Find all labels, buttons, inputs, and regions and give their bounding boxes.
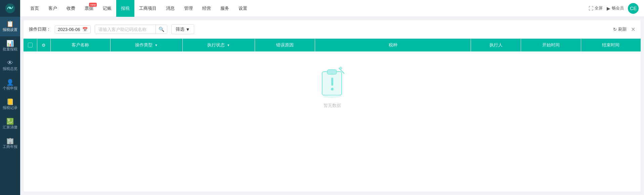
th-op-type: 操作类型 ▼	[111, 39, 183, 51]
sidebar-item-baoshuishezhi[interactable]: 📋 报税设置	[0, 17, 20, 36]
exec-status-filter-icon[interactable]: ▼	[227, 43, 230, 47]
sidebar-item-baosuijilu-label: 报税记录	[3, 106, 17, 110]
user-avatar[interactable]: CE	[628, 3, 639, 14]
filter-button[interactable]: 筛选 ▼	[171, 24, 195, 34]
sidebar-item-huisuan-label: 汇算清缴	[3, 125, 17, 129]
nav-baoshui[interactable]: 报税	[116, 0, 134, 17]
sidebar: 📋 报税设置 📊 批量报税 👁 报税总览 👤 个税申报 📒 报税记录 💹 汇算清…	[0, 0, 20, 195]
th-customer-name: 客户名称	[50, 39, 111, 51]
search-button[interactable]: 🔍	[156, 25, 167, 34]
settings-icon[interactable]: ⚙	[42, 43, 46, 48]
th-error-reason: 错误原因	[255, 39, 315, 51]
filter-label: 筛选	[176, 26, 184, 32]
vip-icon: ▶	[607, 6, 610, 11]
main-panel: 操作日期： 2023-06-06 📅 🔍 筛选 ▼ ↻ 刷新	[24, 20, 641, 192]
sidebar-item-piliangshuishui-label: 批量报税	[3, 47, 17, 51]
baosuizonglan-icon: 👁	[7, 60, 13, 66]
gongshangnianbaoo-icon: 🏢	[6, 138, 14, 144]
top-navigation: 首页 客户 收费 票据 new 记账 报税 工商项目 消息 管理 经营	[20, 0, 644, 17]
data-table: ⚙ 客户名称 操作类型 ▼ 执行状态 ▼	[24, 39, 641, 51]
fullscreen-button[interactable]: ⛶ 全屏	[589, 5, 603, 11]
sidebar-item-huisuan[interactable]: 💹 汇算清缴	[0, 114, 20, 134]
nav-customer[interactable]: 客户	[44, 0, 62, 17]
th-executor: 执行人	[471, 39, 521, 51]
baoshuishezhi-icon: 📋	[6, 21, 14, 27]
sidebar-item-piliangshuishui[interactable]: 📊 批量报税	[0, 36, 20, 56]
nav-home[interactable]: 首页	[26, 0, 44, 17]
svg-point-1	[9, 7, 11, 9]
svg-rect-3	[327, 70, 337, 74]
app-logo	[0, 0, 20, 17]
baosuijilu-icon: 📒	[6, 99, 14, 105]
main-content: 首页 客户 收费 票据 new 记账 报税 工商项目 消息 管理 经营	[20, 0, 644, 195]
svg-rect-4	[331, 78, 333, 86]
nav-shoufei[interactable]: 收费	[62, 0, 80, 17]
sidebar-item-baosuizonglan[interactable]: 👁 报税总览	[0, 56, 20, 75]
svg-point-5	[331, 88, 334, 90]
calendar-icon: 📅	[82, 27, 88, 32]
sidebar-item-geshuishenbao[interactable]: 👤 个税申报	[0, 75, 20, 95]
nav-guanli[interactable]: 管理	[179, 0, 198, 17]
th-settings: ⚙	[37, 39, 50, 51]
sidebar-item-baosuizonglan-label: 报税总览	[3, 67, 17, 71]
toolbar: 操作日期： 2023-06-06 📅 🔍 筛选 ▼ ↻ 刷新	[24, 20, 641, 39]
th-start-time: 开始时间	[521, 39, 581, 51]
th-end-time: 结束时间	[581, 39, 641, 51]
toolbar-right: ↻ 刷新 ✕	[613, 26, 635, 33]
nav-jingying[interactable]: 经营	[198, 0, 216, 17]
piliangshuishui-icon: 📊	[6, 40, 14, 46]
refresh-button[interactable]: ↻ 刷新	[613, 26, 627, 32]
chevron-down-icon: ▼	[186, 27, 190, 32]
table-container: ⚙ 客户名称 操作类型 ▼ 执行状态 ▼	[24, 39, 641, 192]
empty-state: 暂无数据	[24, 51, 641, 122]
close-button[interactable]: ✕	[631, 26, 635, 33]
geshuishenbao-icon: 👤	[6, 79, 14, 85]
topnav-right-area: ⛶ 全屏 ▶ 畅会员 CE	[589, 3, 639, 14]
search-box: 🔍	[95, 25, 167, 34]
nav-xiaoxi[interactable]: 消息	[161, 0, 179, 17]
nav-piao[interactable]: 票据 new	[80, 0, 98, 17]
svg-marker-7	[339, 67, 342, 70]
empty-illustration	[317, 65, 347, 99]
sidebar-item-baoshuishezhi-label: 报税设置	[3, 28, 17, 32]
th-checkbox	[24, 39, 37, 51]
select-all-checkbox[interactable]	[28, 43, 33, 47]
nav-jizhangg[interactable]: 记账	[98, 0, 116, 17]
sidebar-item-geshuishenbao-label: 个税申报	[3, 86, 17, 90]
date-value: 2023-06-06	[58, 27, 80, 32]
nav-shezhi[interactable]: 设置	[234, 0, 252, 17]
new-badge: new	[89, 3, 97, 7]
th-tax-type: 税种	[315, 39, 471, 51]
sidebar-item-baosuijilu[interactable]: 📒 报税记录	[0, 95, 20, 114]
table-header-row: ⚙ 客户名称 操作类型 ▼ 执行状态 ▼	[24, 39, 641, 51]
huisuan-icon: 💹	[6, 118, 14, 124]
search-input[interactable]	[95, 25, 156, 34]
empty-text: 暂无数据	[324, 103, 341, 109]
date-label: 操作日期：	[29, 26, 51, 32]
date-input[interactable]: 2023-06-06 📅	[55, 25, 91, 34]
vip-button[interactable]: ▶ 畅会员	[607, 5, 624, 11]
svg-point-8	[323, 94, 342, 98]
nav-gongshang[interactable]: 工商项目	[134, 0, 161, 17]
nav-fuwu[interactable]: 服务	[216, 0, 234, 17]
fullscreen-icon: ⛶	[589, 6, 593, 11]
refresh-icon: ↻	[613, 27, 617, 32]
op-type-filter-icon[interactable]: ▼	[155, 43, 158, 47]
th-exec-status: 执行状态 ▼	[183, 39, 255, 51]
sidebar-item-gongshangnianbaoo-label: 工商年报	[3, 145, 17, 149]
sidebar-item-gongshangnianbaoo[interactable]: 🏢 工商年报	[0, 134, 20, 153]
page-content: 操作日期： 2023-06-06 📅 🔍 筛选 ▼ ↻ 刷新	[20, 17, 644, 195]
